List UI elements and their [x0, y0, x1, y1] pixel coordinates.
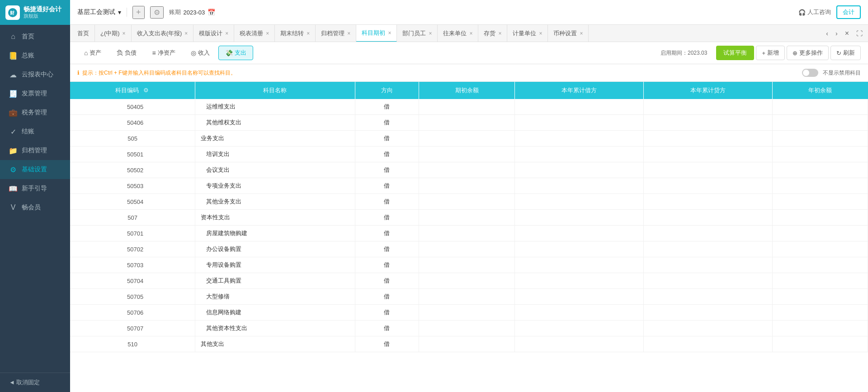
cell-direction: 借	[355, 194, 419, 210]
tab-close-dept[interactable]: ×	[429, 30, 432, 37]
close-tab-btn[interactable]: ×	[841, 28, 853, 39]
table-row[interactable]: 50702 办公设备购置 借	[70, 241, 868, 257]
table-row[interactable]: 50701 房屋建筑物购建 借	[70, 226, 868, 241]
tab-close-unit[interactable]: ×	[539, 30, 542, 37]
cell-code: 50702	[70, 241, 195, 257]
col-header-code: 科目编码 ⚙	[70, 82, 195, 99]
table-row[interactable]: 50705 大型修缮 借	[70, 289, 868, 305]
user-role-btn[interactable]: 会计	[836, 5, 861, 19]
net-asset-icon: ≡	[152, 49, 156, 57]
expense-icon: 💸	[225, 49, 233, 57]
cell-opening	[419, 305, 515, 321]
sidebar-item-ledger[interactable]: 📒 总账	[0, 46, 70, 65]
table-row[interactable]: 50405 运维维支出 借	[70, 99, 868, 115]
sidebar-item-settle[interactable]: ✓ 结账	[0, 122, 70, 141]
tab-currency[interactable]: 币种设置 ×	[548, 25, 589, 42]
expand-btn[interactable]: ⛶	[853, 28, 866, 39]
tab-archive[interactable]: 归档管理 ×	[316, 25, 356, 42]
tab-counterpart[interactable]: 往来单位 ×	[438, 25, 478, 42]
disable-toggle[interactable]	[802, 69, 818, 77]
cell-ytd-credit	[644, 305, 773, 321]
tab-unit[interactable]: 计量单位 ×	[507, 25, 548, 42]
tab-close-inventory[interactable]: ×	[498, 30, 501, 37]
tab-period-end[interactable]: 期末结转 ×	[275, 25, 316, 42]
table-row[interactable]: 50703 专用设备购置 借	[70, 257, 868, 273]
sidebar-item-reports[interactable]: ☁ 云报表中心	[0, 65, 70, 84]
table-row[interactable]: 507 资本性支出 借	[70, 210, 868, 226]
tab-dept[interactable]: 部门员工 ×	[397, 25, 438, 42]
cell-name: 会议支出	[195, 162, 355, 178]
cell-direction: 借	[355, 178, 419, 194]
scroll-left-btn[interactable]: ‹	[822, 28, 832, 39]
subtab-expense[interactable]: 💸 支出	[218, 46, 253, 60]
table-row[interactable]: 50502 会议支出 借	[70, 162, 868, 178]
table-row[interactable]: 50503 专项业务支出 借	[70, 178, 868, 194]
tab-tax[interactable]: 税表清册 ×	[234, 25, 275, 42]
sidebar-item-guide[interactable]: 📖 新手引导	[0, 179, 70, 198]
reports-icon: ☁	[9, 71, 17, 79]
table-row[interactable]: 50504 其他业务支出 借	[70, 194, 868, 210]
tab-balance-mid[interactable]: ¿(中期) ×	[95, 25, 132, 42]
calendar-icon[interactable]: 📅	[208, 9, 215, 16]
sidebar-nav: ⌂ 首页 📒 总账 ☁ 云报表中心 🧾 发票管理 💼 税务管理 ✓ 结账 📁 归…	[0, 25, 70, 373]
company-selector[interactable]: 基层工会测试 ▾	[77, 8, 121, 16]
table-row[interactable]: 505 业务支出 借	[70, 131, 868, 146]
calc-balance-btn[interactable]: 试算平衡	[716, 46, 754, 60]
refresh-btn[interactable]: ↻ 刷新	[830, 46, 861, 60]
tab-inventory[interactable]: 存货 ×	[478, 25, 507, 42]
subtab-income[interactable]: ◎ 收入	[184, 46, 217, 60]
tab-close-currency[interactable]: ×	[580, 30, 583, 37]
sidebar-toggle[interactable]: ◄ 取消固定	[0, 373, 70, 392]
cell-code: 50705	[70, 289, 195, 305]
sidebar-item-invoice[interactable]: 🧾 发票管理	[0, 84, 70, 103]
table-row[interactable]: 510 其他支出 借	[70, 336, 868, 352]
tab-close-balance-mid[interactable]: ×	[123, 30, 126, 37]
table-row[interactable]: 50706 信息网络购建 借	[70, 305, 868, 321]
tab-close-subject-init[interactable]: ×	[388, 30, 391, 36]
tab-subject-init[interactable]: 科目期初 ×	[356, 25, 397, 42]
sidebar-item-archive[interactable]: 📁 归档管理	[0, 141, 70, 160]
table-row[interactable]: 50707 其他资本性支出 借	[70, 321, 868, 336]
table-wrap: 科目编码 ⚙ 科目名称 方向 期初余额 本年累计借方 本年累计贷方 年初余额 5…	[70, 82, 868, 392]
cell-ytd-credit	[644, 257, 773, 273]
period-display-sub: 启用期间：2023.03	[660, 49, 707, 57]
table-row[interactable]: 50704 交通工具购置 借	[70, 273, 868, 289]
table-row[interactable]: 50501 培训支出 借	[70, 146, 868, 162]
cell-code: 50701	[70, 226, 195, 241]
cell-opening	[419, 146, 515, 162]
cell-year-begin	[772, 321, 868, 336]
main-area: 基层工会测试 ▾ + ⚙ 账期 2023-03 📅 🎧 人工咨询 会计 首页 ¿…	[70, 0, 868, 392]
scroll-right-btn[interactable]: ›	[832, 28, 841, 39]
sidebar-item-member[interactable]: V 畅会员	[0, 198, 70, 217]
settings-icon[interactable]: ⚙	[142, 87, 150, 94]
cell-ytd-debit	[515, 146, 644, 162]
add-company-btn[interactable]: +	[132, 6, 145, 19]
company-settings-btn[interactable]: ⚙	[150, 6, 164, 19]
add-btn[interactable]: + 新增	[756, 46, 785, 60]
tab-income-annual[interactable]: 收入支出表(年报) ×	[132, 25, 194, 42]
tab-close-template[interactable]: ×	[225, 30, 228, 37]
tab-template[interactable]: 模版设计 ×	[193, 25, 234, 42]
more-actions-btn[interactable]: ⊕ 更多操作	[787, 46, 829, 60]
cell-ytd-credit	[644, 289, 773, 305]
cell-direction: 借	[355, 321, 419, 336]
subtab-asset[interactable]: ⌂ 资产	[77, 46, 108, 60]
period-display: 账期 2023-03 📅	[169, 8, 216, 16]
tab-home[interactable]: 首页	[72, 25, 95, 42]
tab-close-tax[interactable]: ×	[266, 30, 269, 37]
subtab-net-asset[interactable]: ≡ 净资产	[145, 46, 182, 60]
ledger-icon: 📒	[9, 52, 17, 60]
add-icon: +	[762, 50, 765, 57]
sidebar-item-basic[interactable]: ⚙ 基础设置	[0, 160, 70, 179]
cell-year-begin	[772, 305, 868, 321]
tab-close-archive[interactable]: ×	[347, 30, 350, 37]
tab-close-income-annual[interactable]: ×	[184, 30, 188, 37]
sidebar-item-home[interactable]: ⌂ 首页	[0, 27, 70, 46]
tab-close-period-end[interactable]: ×	[307, 30, 310, 37]
subtab-liability[interactable]: 负 负债	[110, 46, 143, 60]
service-btn[interactable]: 🎧 人工咨询	[798, 8, 831, 16]
table-row[interactable]: 50406 其他维权支出 借	[70, 115, 868, 131]
tab-close-counterpart[interactable]: ×	[469, 30, 472, 37]
sidebar-item-tax[interactable]: 💼 税务管理	[0, 103, 70, 122]
col-header-name: 科目名称	[195, 82, 355, 99]
